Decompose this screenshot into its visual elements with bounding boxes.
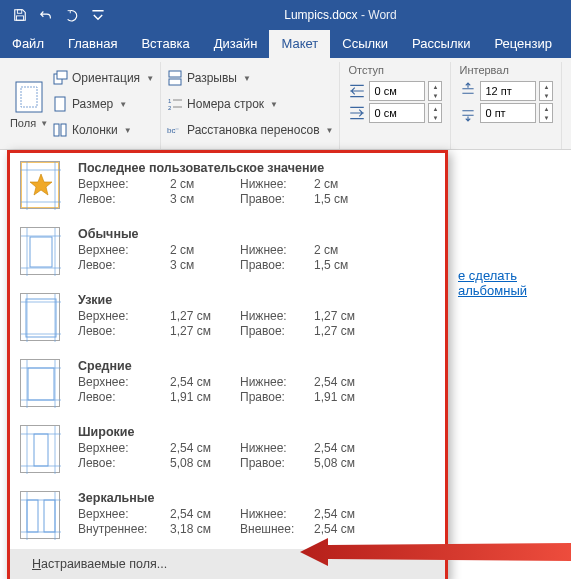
tab-layout[interactable]: Макет [269, 30, 330, 58]
tab-design[interactable]: Дизайн [202, 30, 270, 58]
tab-references[interactable]: Ссылки [330, 30, 400, 58]
spacing-before-input[interactable] [480, 81, 536, 101]
indent-right-spinner[interactable]: ▲▼ [428, 103, 442, 123]
margin-option-title: Широкие [78, 425, 435, 439]
svg-rect-5 [57, 71, 67, 79]
margin-option-0[interactable]: Последнее пользовательское значение Верх… [10, 153, 445, 219]
tab-review[interactable]: Рецензир [482, 30, 564, 58]
margin-option-2[interactable]: Узкие Верхнее:1,27 смНижнее:1,27 см Лево… [10, 285, 445, 351]
document-hyperlink[interactable]: е сделать альбомный [458, 268, 571, 298]
svg-rect-1 [17, 16, 24, 20]
svg-text:bc⁻: bc⁻ [167, 126, 179, 135]
hyphenation-button[interactable]: bc⁻Расстановка переносов▼ [167, 118, 333, 142]
svg-rect-10 [169, 79, 181, 85]
qat-customize-button[interactable] [86, 3, 110, 27]
window-title: Lumpics.docx - Word [110, 8, 571, 22]
indent-left-input[interactable] [369, 81, 425, 101]
app-name: Word [368, 8, 396, 22]
orientation-button[interactable]: Ориентация▼ [52, 66, 154, 90]
margin-option-values: Верхнее:2 смНижнее:2 см Левое:3 смПравое… [78, 243, 435, 272]
titlebar: Lumpics.docx - Word [0, 0, 571, 30]
margin-option-values: Верхнее:2,54 смНижнее:2,54 см Внутреннее… [78, 507, 435, 536]
indent-left-spinner[interactable]: ▲▼ [428, 81, 442, 101]
svg-rect-32 [26, 299, 56, 337]
svg-marker-22 [30, 174, 52, 195]
svg-rect-42 [34, 434, 48, 466]
margin-option-values: Верхнее:1,27 смНижнее:1,27 см Левое:1,27… [78, 309, 435, 338]
margin-thumb-icon [20, 227, 60, 275]
margin-option-values: Верхнее:2,54 смНижнее:2,54 см Левое:5,08… [78, 441, 435, 470]
margin-option-values: Верхнее:2 смНижнее:2 см Левое:3 смПравое… [78, 177, 435, 206]
indent-group: Отступ ▲▼ ▲▼ [340, 62, 451, 149]
svg-rect-8 [61, 124, 66, 136]
margins-dropdown: Последнее пользовательское значение Верх… [7, 150, 448, 579]
margin-thumb-icon [20, 359, 60, 407]
spacing-before-icon [459, 82, 477, 100]
margin-option-title: Узкие [78, 293, 435, 307]
svg-text:1: 1 [168, 98, 172, 104]
custom-margins-button[interactable]: Настраиваемые поля... [10, 549, 445, 579]
doc-name: Lumpics.docx [284, 8, 357, 22]
svg-text:2: 2 [168, 105, 172, 111]
indent-left-icon [348, 82, 366, 100]
svg-rect-7 [54, 124, 59, 136]
svg-rect-27 [30, 237, 52, 267]
spacing-before-spinner[interactable]: ▲▼ [539, 81, 553, 101]
columns-button[interactable]: Колонки▼ [52, 118, 154, 142]
redo-button[interactable] [60, 3, 84, 27]
chevron-down-icon: ▼ [40, 119, 48, 128]
ribbon: Поля▼ Ориентация▼ Размер▼ Колонки▼ Разры… [0, 58, 571, 150]
margin-option-title: Последнее пользовательское значение [78, 161, 435, 175]
margin-option-5[interactable]: Зеркальные Верхнее:2,54 смНижнее:2,54 см… [10, 483, 445, 549]
tab-insert[interactable]: Вставка [129, 30, 201, 58]
margin-option-1[interactable]: Обычные Верхнее:2 смНижнее:2 см Левое:3 … [10, 219, 445, 285]
quick-access-toolbar [0, 3, 110, 27]
tab-file[interactable]: Файл [0, 30, 56, 58]
svg-rect-9 [169, 71, 181, 77]
margin-thumb-icon [20, 425, 60, 473]
undo-button[interactable] [34, 3, 58, 27]
margin-thumb-icon [20, 491, 60, 539]
spacing-after-spinner[interactable]: ▲▼ [539, 103, 553, 123]
breaks-button[interactable]: Разрывы▼ [167, 66, 333, 90]
line-numbers-button[interactable]: 12Номера строк▼ [167, 92, 333, 116]
margin-option-title: Средние [78, 359, 435, 373]
indent-right-icon [348, 104, 366, 122]
margin-thumb-icon [20, 161, 60, 209]
spacing-group: Интервал ▲▼ ▲▼ [451, 62, 562, 149]
spacing-after-input[interactable] [480, 103, 536, 123]
tab-home[interactable]: Главная [56, 30, 129, 58]
margin-option-title: Обычные [78, 227, 435, 241]
svg-rect-6 [55, 97, 65, 111]
size-button[interactable]: Размер▼ [52, 92, 154, 116]
svg-rect-47 [27, 500, 38, 532]
spacing-after-icon [459, 104, 477, 122]
margin-option-values: Верхнее:2,54 смНижнее:2,54 см Левое:1,91… [78, 375, 435, 404]
ribbon-tabs: Файл Главная Вставка Дизайн Макет Ссылки… [0, 30, 571, 58]
margin-thumb-icon [20, 293, 60, 341]
margin-option-title: Зеркальные [78, 491, 435, 505]
tab-mailings[interactable]: Рассылки [400, 30, 482, 58]
svg-rect-48 [44, 500, 55, 532]
indent-right-input[interactable] [369, 103, 425, 123]
margin-option-4[interactable]: Широкие Верхнее:2,54 смНижнее:2,54 см Ле… [10, 417, 445, 483]
margin-option-3[interactable]: Средние Верхнее:2,54 смНижнее:2,54 см Ле… [10, 351, 445, 417]
margins-button[interactable]: Поля▼ [6, 64, 52, 144]
svg-rect-37 [28, 368, 54, 400]
save-button[interactable] [8, 3, 32, 27]
